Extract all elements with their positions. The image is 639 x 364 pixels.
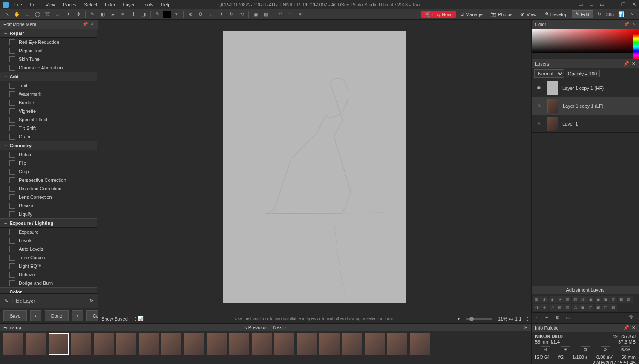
visibility-icon[interactable]: 👁 <box>535 84 543 92</box>
tool-distortion[interactable]: Distortion Correction <box>0 184 97 193</box>
filmstrip-thumb[interactable] <box>365 333 385 355</box>
adj-icon[interactable]: ◐ <box>595 296 602 303</box>
canvas-viewport[interactable] <box>98 20 531 314</box>
pin-icon[interactable]: 📌 <box>623 61 629 66</box>
filmstrip-thumb[interactable] <box>410 333 430 355</box>
close-button[interactable]: ✕ <box>629 1 639 9</box>
layer-item-hf[interactable]: 👁 Layer 1 copy 1 (HF) <box>532 79 639 97</box>
help-icon[interactable]: ? <box>628 11 636 18</box>
tool-crop[interactable]: Crop <box>0 167 97 176</box>
visibility-icon[interactable]: 👁 <box>535 120 543 128</box>
adj-icon[interactable]: ▨ <box>564 296 571 303</box>
manage-mode-button[interactable]: ⊞ Manage <box>457 11 486 18</box>
adj-icon[interactable]: ◐ <box>541 296 548 303</box>
new-layer-icon[interactable]: ▫ <box>535 315 542 321</box>
marquee-rect-icon[interactable]: ▭ <box>23 11 31 18</box>
adj-icon[interactable]: ◇ <box>549 304 556 311</box>
buy-now-button[interactable]: 🛒 Buy Now! <box>421 11 456 18</box>
move-icon[interactable]: ✥ <box>75 11 82 18</box>
eyedropper2-icon[interactable]: ✎ <box>154 11 161 18</box>
prev-button[interactable]: ‹ Previous <box>245 325 267 330</box>
filmstrip-thumb[interactable] <box>320 333 340 355</box>
square2-icon[interactable]: ▤ <box>262 11 270 18</box>
redo2-icon[interactable]: ↷ <box>286 11 294 18</box>
adj-icon[interactable]: ▣ <box>579 304 587 311</box>
zoom-out-icon[interactable]: − <box>462 316 464 321</box>
hue-slider[interactable] <box>633 34 639 59</box>
tool-tone-curves[interactable]: Tone Curves <box>0 253 97 262</box>
zoom-fit-icon[interactable]: ▭ <box>509 316 513 321</box>
undo-icon[interactable]: ↶ <box>276 11 284 18</box>
redo-icon[interactable]: ↻ <box>227 11 235 18</box>
healing-icon[interactable]: ✚ <box>130 11 137 18</box>
prev-button[interactable]: ‹ <box>30 310 41 321</box>
zoom-dropdown-icon[interactable]: ▾ <box>458 316 460 321</box>
adj-icon[interactable]: ▦ <box>625 296 633 303</box>
history-icon[interactable]: ▾ <box>296 11 304 18</box>
close-icon[interactable]: ✕ <box>524 325 528 330</box>
wand-icon[interactable]: ✦ <box>64 11 72 18</box>
adj-icon[interactable]: ▩ <box>610 304 617 311</box>
adj-icon[interactable]: ▢ <box>587 304 594 311</box>
view-mode-button[interactable]: 👁 View <box>517 11 540 18</box>
next-button[interactable]: › <box>72 310 83 321</box>
photos-mode-button[interactable]: 📷 Photos <box>487 11 516 18</box>
visibility-icon[interactable]: 👁 <box>535 102 543 110</box>
aux-window-1[interactable]: ▭ <box>576 1 586 9</box>
filmstrip-thumb[interactable] <box>184 333 204 355</box>
tool-light-eq[interactable]: Light EQ™ <box>0 262 97 270</box>
tool-exposure[interactable]: Exposure <box>0 228 97 236</box>
zoom-in-icon[interactable]: ⊕ <box>187 11 194 18</box>
tool-borders[interactable]: Borders <box>0 98 97 107</box>
maximize-button[interactable]: ❐ <box>618 1 628 9</box>
adj-icon[interactable]: ◎ <box>572 304 579 311</box>
filmstrip-thumb[interactable] <box>26 333 46 355</box>
add-layer-icon[interactable]: + <box>545 315 552 321</box>
menu-select[interactable]: Select <box>81 1 101 8</box>
tool-resize[interactable]: Resize <box>0 201 97 210</box>
pin-icon[interactable]: 📌 <box>624 22 629 26</box>
zoom-slider[interactable] <box>466 318 492 320</box>
tool-red-eye[interactable]: Red Eye Reduction <box>0 38 97 46</box>
hand-tool-icon[interactable]: ✋ <box>13 11 21 18</box>
365-icon[interactable]: 365 <box>606 11 614 18</box>
canvas-image[interactable] <box>223 31 406 303</box>
pointer-tool-icon[interactable]: ↖ <box>3 11 11 18</box>
filmstrip-thumb[interactable] <box>3 333 23 355</box>
tool-text[interactable]: Text <box>0 81 97 90</box>
menu-help[interactable]: Help <box>158 1 174 8</box>
tool-levels[interactable]: Levels <box>0 236 97 245</box>
tool-tilt-shift[interactable]: Tilt-Shift <box>0 124 97 132</box>
adj-icon[interactable]: ▦ <box>533 296 541 303</box>
tool-flip[interactable]: Flip <box>0 159 97 167</box>
dropdown-icon[interactable]: ▾ <box>173 11 180 18</box>
tool-repair[interactable]: Repair Tool <box>0 46 97 55</box>
menu-filter[interactable]: Filter <box>101 1 118 8</box>
group-exposure[interactable]: Exposure / Lighting <box>0 218 97 228</box>
gear-icon[interactable]: ⚙ <box>197 11 204 18</box>
save-button[interactable]: Save <box>3 310 27 321</box>
filmstrip-thumb[interactable] <box>229 333 249 355</box>
adj-icon[interactable]: ◉ <box>587 296 594 303</box>
aux-window-2[interactable]: ▭ <box>586 1 596 9</box>
tool-rotate[interactable]: Rotate <box>0 150 97 159</box>
tool-skin-tune[interactable]: Skin Tune <box>0 55 97 63</box>
show-saved-button[interactable]: Show Saved <box>101 316 128 321</box>
menu-tools[interactable]: Tools <box>139 1 157 8</box>
eraser-icon[interactable]: ◧ <box>99 11 106 18</box>
close-icon[interactable]: ✕ <box>632 21 636 27</box>
pin-icon[interactable]: 📌 <box>623 325 629 330</box>
filmstrip-thumb[interactable] <box>94 333 114 355</box>
next-button[interactable]: Next › <box>273 325 286 330</box>
menu-file[interactable]: File <box>11 1 26 8</box>
adj-icon[interactable]: ◫ <box>602 304 610 311</box>
adj-icon[interactable]: ▣ <box>602 296 610 303</box>
filmstrip-thumb[interactable] <box>161 333 181 355</box>
zoom-expand-icon[interactable]: ⛶ <box>523 316 528 321</box>
filmstrip-thumb[interactable] <box>342 333 362 355</box>
arrow-down-icon[interactable]: ↓ <box>207 11 215 18</box>
group-color[interactable]: Color <box>0 287 97 293</box>
develop-mode-button[interactable]: ⚗ Develop <box>541 11 571 18</box>
tool-chromatic[interactable]: Chromatic Aberration <box>0 63 97 72</box>
adj-icon[interactable]: ◎ <box>579 296 587 303</box>
